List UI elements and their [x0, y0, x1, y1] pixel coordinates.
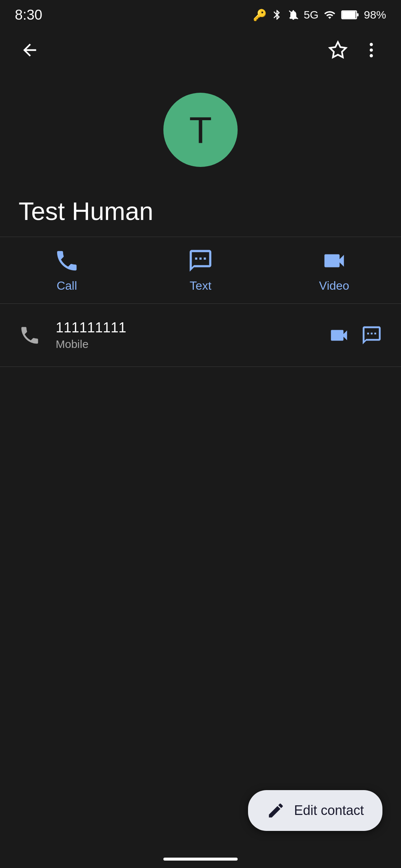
signal-icon [323, 9, 336, 21]
svg-rect-1 [342, 11, 356, 19]
text-button[interactable]: Text [134, 248, 267, 293]
contact-name-section: Test Human [0, 182, 401, 237]
key-icon: 🔑 [253, 9, 267, 22]
video-button[interactable]: Video [267, 248, 401, 293]
status-icons: 🔑 5G 98% [253, 9, 386, 22]
svg-point-4 [370, 49, 373, 52]
status-time: 8:30 [15, 7, 42, 23]
phone-info: 111111111 Mobile [56, 320, 328, 351]
phone-icon [19, 324, 41, 346]
phone-number: 111111111 [56, 320, 328, 336]
avatar-letter: T [189, 109, 212, 151]
home-bar [163, 858, 238, 861]
avatar: T [163, 93, 238, 167]
avatar-section: T [0, 70, 401, 182]
svg-point-5 [370, 54, 373, 57]
top-nav [0, 30, 401, 70]
battery-percent: 98% [364, 9, 386, 21]
favorite-button[interactable] [323, 35, 353, 65]
svg-rect-2 [356, 13, 358, 16]
battery-icon [341, 9, 359, 21]
mute-icon [287, 9, 299, 21]
video-label: Video [319, 279, 349, 293]
phone-row: 111111111 Mobile [0, 304, 401, 367]
bluetooth-icon [271, 9, 283, 21]
edit-contact-label: Edit contact [294, 803, 364, 818]
back-button[interactable] [15, 35, 45, 65]
status-bar: 8:30 🔑 5G 98% [0, 0, 401, 30]
more-options-button[interactable] [356, 35, 386, 65]
call-button[interactable]: Call [0, 248, 134, 293]
phone-type: Mobile [56, 338, 328, 351]
edit-contact-fab[interactable]: Edit contact [248, 790, 382, 831]
action-row: Call Text Video [0, 237, 401, 304]
call-label: Call [56, 279, 77, 293]
svg-point-3 [370, 43, 373, 46]
network-label: 5G [304, 9, 319, 21]
nav-right-actions [323, 35, 386, 65]
contact-name: Test Human [19, 197, 153, 225]
phone-row-actions [328, 325, 382, 346]
text-label: Text [190, 279, 212, 293]
phone-text-button[interactable] [361, 325, 382, 346]
phone-video-button[interactable] [328, 325, 350, 346]
